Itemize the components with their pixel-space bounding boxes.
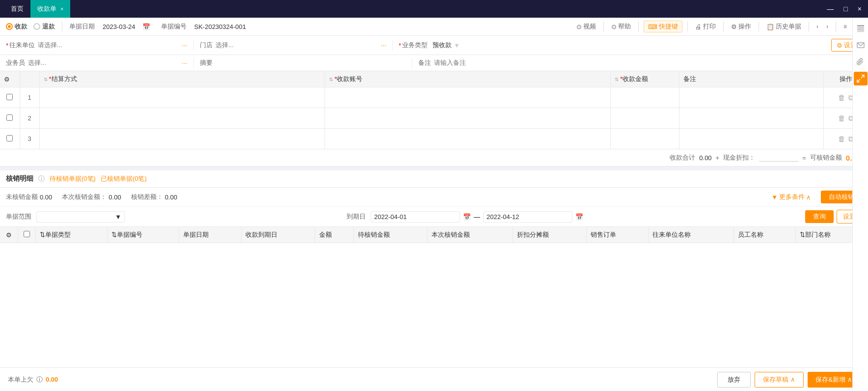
sidebar-envelope-icon[interactable] <box>854 38 868 52</box>
calendar-from-icon[interactable]: 📅 <box>463 213 471 221</box>
td-account-1[interactable] <box>325 87 611 108</box>
store-more-btn[interactable]: ··· <box>380 41 386 49</box>
unverified-label: 未核销金额 <box>6 193 38 201</box>
play-icon: ⊙ <box>576 23 582 30</box>
help-btn[interactable]: ⊙ 帮助 <box>609 21 633 32</box>
td-remark-3[interactable] <box>679 129 823 149</box>
delete-icon-2[interactable]: 🗑 <box>838 114 845 122</box>
equals-label: = <box>802 154 806 162</box>
bill-num-value: SK-20230324-001 <box>194 23 246 30</box>
remark-input[interactable] <box>434 59 862 67</box>
bill-num-label: 单据编号 <box>161 22 187 31</box>
calendar-icon[interactable]: 📅 <box>142 23 150 30</box>
th-counterpart-name: 往来单位名称 <box>649 227 734 243</box>
radio-refund[interactable]: 退款 <box>33 22 55 31</box>
nav-tab-receipt[interactable]: 收款单 × <box>30 0 70 18</box>
biz-type-label: 业务类型 <box>402 41 428 50</box>
calendar-to-icon[interactable]: 📅 <box>575 213 583 221</box>
ops-btn[interactable]: ⚙ 操作 <box>729 21 754 32</box>
td-remark-2[interactable] <box>679 108 823 129</box>
th-settings-bottom[interactable]: ⚙ <box>0 227 18 243</box>
section-divider <box>0 167 868 170</box>
nav-prev-btn[interactable]: ‹ <box>814 22 821 31</box>
history-btn[interactable]: 📋 历史单据 <box>764 21 804 32</box>
td-account-2[interactable] <box>325 108 611 129</box>
sidebar-paperclip-icon[interactable] <box>854 55 868 69</box>
form-row-2: 业务员 ··· 摘要 备注 <box>0 55 868 71</box>
td-remark-1[interactable] <box>679 87 823 108</box>
shortcut-btn[interactable]: ⌨ 快捷键 <box>644 21 682 32</box>
svg-line-6 <box>857 79 860 82</box>
radio-receive[interactable]: 收款 <box>6 22 27 31</box>
sidebar-table-icon[interactable] <box>854 22 868 35</box>
biz-type-field: * 业务类型 预收款 ▼ <box>399 41 615 50</box>
date-to-input[interactable] <box>483 211 572 223</box>
discount-input[interactable] <box>759 154 798 162</box>
salesperson-input[interactable] <box>28 59 180 67</box>
row-checkbox-3[interactable] <box>6 135 13 141</box>
td-amount-3[interactable] <box>610 129 679 149</box>
td-amount-1[interactable] <box>610 87 679 108</box>
td-payment-method-3[interactable] <box>39 129 325 149</box>
maximize-btn[interactable]: □ <box>841 4 850 14</box>
abandon-btn[interactable]: 放弃 <box>717 372 751 388</box>
th-row-num <box>20 71 39 87</box>
pending-tab[interactable]: 待核销单据(0笔) <box>50 174 96 183</box>
settings-gear-icon: ⚙ <box>837 42 842 49</box>
nav-tab-close[interactable]: × <box>60 6 63 12</box>
td-checkbox-3[interactable] <box>0 129 20 149</box>
td-amount-2[interactable] <box>610 108 679 129</box>
save-draft-btn[interactable]: 保存草稿 ∧ <box>755 372 804 388</box>
plus-label: + <box>716 154 720 162</box>
td-checkbox-1[interactable] <box>0 87 20 108</box>
svg-rect-1 <box>857 28 864 28</box>
verification-section: 核销明细 ⓘ 待核销单据(0笔) 已核销单据(0笔) 未核销金额 0.00 本次… <box>0 170 868 367</box>
unverified-value: 0.00 <box>40 194 52 201</box>
delete-icon-1[interactable]: 🗑 <box>838 93 845 102</box>
summary-row: 收款合计 0.00 + 现金折扣： = 可核销金额 0.00 <box>0 149 868 167</box>
salesperson-more-btn[interactable]: ··· <box>182 59 188 67</box>
this-slip-info-icon[interactable]: ⓘ <box>36 375 43 384</box>
td-account-3[interactable] <box>325 129 611 149</box>
done-tab[interactable]: 已核销单据(0笔) <box>101 174 147 183</box>
bill-range-select[interactable]: ▼ <box>36 211 125 223</box>
list-view-btn[interactable]: ≡ <box>841 22 849 31</box>
print-btn[interactable]: 🖨 打印 <box>693 21 718 32</box>
th-bill-type: ⇅单据类型 <box>35 227 107 243</box>
row-checkbox-1[interactable] <box>6 94 13 100</box>
top-nav: 首页 收款单 × — □ × <box>0 0 868 18</box>
td-payment-method-2[interactable] <box>39 108 325 129</box>
date-from-input[interactable] <box>371 211 460 223</box>
th-account: ⇅*收款账号 <box>325 71 611 87</box>
minimize-btn[interactable]: — <box>824 4 836 14</box>
video-btn[interactable]: ⊙ 视频 <box>574 21 598 32</box>
select-all-checkbox[interactable] <box>24 231 30 237</box>
store-input[interactable] <box>216 41 379 49</box>
delete-icon-3[interactable]: 🗑 <box>838 135 845 143</box>
sidebar-expand-icon[interactable] <box>854 72 868 85</box>
save-new-arrow: ∧ <box>847 376 852 383</box>
close-btn[interactable]: × <box>855 4 864 14</box>
form-row-1: * 往来单位 ··· 门店 ··· * 业务类型 预收款 ▼ ⚙ 设置 <box>0 36 868 55</box>
save-draft-arrow: ∧ <box>790 376 795 383</box>
biz-type-dropdown[interactable]: ▼ <box>454 42 460 49</box>
td-payment-method-1[interactable] <box>39 87 325 108</box>
td-checkbox-2[interactable] <box>0 108 20 129</box>
th-settings[interactable]: ⚙ <box>0 71 20 87</box>
info-icon[interactable]: ⓘ <box>38 174 45 183</box>
counterpart-input[interactable] <box>38 41 180 49</box>
nav-tab-label: 收款单 <box>37 4 56 13</box>
nav-next-btn[interactable]: › <box>824 22 831 31</box>
th-checkbox-bottom[interactable] <box>18 227 35 243</box>
query-btn[interactable]: 查询 <box>805 210 834 223</box>
counterpart-more-btn[interactable]: ··· <box>182 41 188 49</box>
svg-rect-0 <box>857 25 864 27</box>
nav-home[interactable]: 首页 <box>4 0 30 18</box>
summary-input[interactable] <box>216 59 406 67</box>
row-checkbox-2[interactable] <box>6 114 13 121</box>
th-discount: 折扣分摊额 <box>513 227 586 243</box>
th-bill-num: ⇅单据编号 <box>107 227 179 243</box>
verification-header: 核销明细 ⓘ 待核销单据(0笔) 已核销单据(0笔) <box>0 170 868 188</box>
more-conditions-btn[interactable]: ▼ 更多条件 ∧ <box>771 193 811 201</box>
current-stat: 本次核销金额： 0.00 <box>62 193 121 201</box>
